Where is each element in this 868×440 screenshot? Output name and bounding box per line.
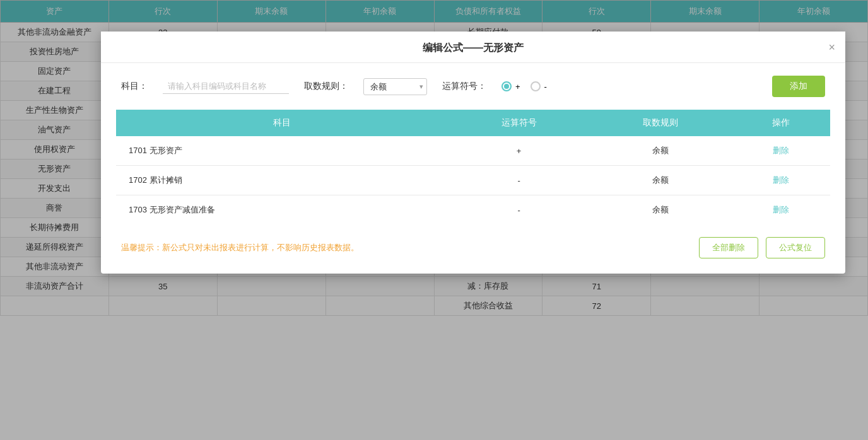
rule-select-wrapper[interactable]: 余额 借方 贷方 借方发生额 贷方发生额: [363, 78, 427, 95]
delete-row-button[interactable]: 删除: [773, 175, 789, 185]
subject-label: 科目：: [121, 81, 148, 92]
radio-minus-label: -: [544, 82, 547, 91]
radio-plus-label: +: [515, 82, 520, 91]
delete-row-button[interactable]: 删除: [773, 146, 789, 155]
formula-operator: -: [448, 195, 590, 225]
footer-buttons: 全部删除 公式复位: [699, 237, 825, 258]
reset-formula-button[interactable]: 公式复位: [766, 237, 825, 258]
formula-subject: 1702 累计摊销: [116, 166, 448, 195]
close-button[interactable]: ×: [828, 42, 835, 53]
formula-subject: 1703 无形资产减值准备: [116, 195, 448, 225]
modal-header: 编辑公式——无形资产 ×: [101, 32, 845, 63]
subject-input[interactable]: [163, 79, 289, 94]
formula-action: 删除: [732, 195, 830, 225]
formula-row: 1701 无形资产+余额删除: [116, 136, 830, 166]
radio-minus-circle: [531, 81, 541, 91]
formula-operator: +: [448, 136, 590, 166]
modal-table-header: 取数规则: [590, 110, 732, 136]
formula-row: 1702 累计摊销-余额删除: [116, 166, 830, 195]
edit-formula-modal: 编辑公式——无形资产 × 科目： 取数规则： 余额 借方 贷方 借方发生额 贷方…: [101, 32, 845, 274]
formula-action: 删除: [732, 166, 830, 195]
radio-minus[interactable]: -: [531, 81, 547, 91]
rule-label: 取数规则：: [304, 81, 348, 92]
radio-plus[interactable]: +: [501, 81, 520, 91]
formula-rule: 余额: [590, 166, 732, 195]
formula-row: 1703 无形资产减值准备-余额删除: [116, 195, 830, 225]
modal-table-wrapper: 科目运算符号取数规则操作 1701 无形资产+余额删除1702 累计摊销-余额删…: [116, 110, 830, 224]
formula-action: 删除: [732, 136, 830, 166]
formula-subject: 1701 无形资产: [116, 136, 448, 166]
delete-row-button[interactable]: 删除: [773, 205, 789, 214]
operator-radio-group: + -: [501, 81, 547, 91]
formula-rule: 余额: [590, 195, 732, 225]
modal-table-header: 操作: [732, 110, 830, 136]
operator-label: 运算符号：: [442, 81, 486, 92]
modal-footer: 温馨提示：新公式只对未出报表进行计算，不影响历史报表数据。 全部删除 公式复位: [101, 224, 845, 258]
hint-text: 温馨提示：新公式只对未出报表进行计算，不影响历史报表数据。: [121, 242, 359, 253]
rule-select[interactable]: 余额 借方 贷方 借方发生额 贷方发生额: [363, 78, 427, 95]
modal-table-header: 运算符号: [448, 110, 590, 136]
formula-operator: -: [448, 166, 590, 195]
modal-table-header: 科目: [116, 110, 448, 136]
formula-rule: 余额: [590, 136, 732, 166]
formula-table: 科目运算符号取数规则操作 1701 无形资产+余额删除1702 累计摊销-余额删…: [116, 110, 830, 224]
delete-all-button[interactable]: 全部删除: [699, 237, 758, 258]
add-button[interactable]: 添加: [772, 76, 825, 97]
modal-title: 编辑公式——无形资产: [423, 42, 524, 53]
form-row: 科目： 取数规则： 余额 借方 贷方 借方发生额 贷方发生额 运算符号： + -…: [101, 63, 845, 110]
radio-plus-circle: [501, 81, 512, 91]
